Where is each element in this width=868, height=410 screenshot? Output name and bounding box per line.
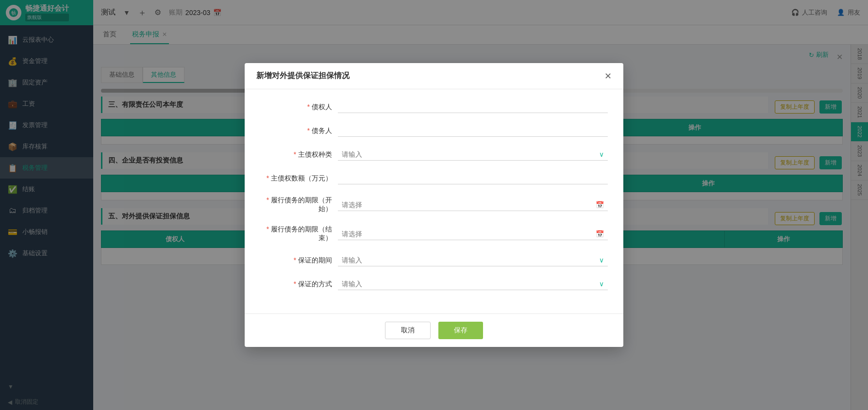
- cancel-button[interactable]: 取消: [385, 322, 431, 339]
- form-row-claim-amount: * 主债权数额（万元）: [260, 172, 608, 184]
- calendar-start-icon[interactable]: 📅: [596, 201, 604, 209]
- modal-dialog: 新增对外提供保证担保情况 ✕ * 债权人 * 债务人: [245, 63, 623, 347]
- claim-amount-input[interactable]: [338, 172, 608, 184]
- claim-type-input[interactable]: [342, 150, 599, 158]
- modal-close-button[interactable]: ✕: [604, 72, 612, 81]
- form-row-debtor: * 债务人: [260, 125, 608, 137]
- guarantee-method-label: * 保证的方式: [260, 280, 338, 289]
- form-row-guarantee-period: * 保证的期间 ∨: [260, 254, 608, 266]
- period-end-date-wrapper: 📅: [338, 228, 608, 240]
- form-row-creditor: * 债权人: [260, 101, 608, 113]
- period-start-input[interactable]: [342, 201, 596, 209]
- creditor-input[interactable]: [338, 101, 608, 113]
- guarantee-period-wrapper: ∨: [338, 254, 608, 266]
- guarantee-method-arrow-icon[interactable]: ∨: [599, 280, 604, 288]
- period-end-input[interactable]: [342, 230, 596, 238]
- form-row-claim-type: * 主债权种类 ∨: [260, 148, 608, 161]
- claim-type-select-wrapper: ∨: [338, 148, 608, 161]
- guarantee-method-input[interactable]: [342, 280, 599, 288]
- claim-type-label: * 主债权种类: [260, 150, 338, 159]
- modal-header: 新增对外提供保证担保情况 ✕: [245, 63, 623, 89]
- guarantee-period-label: * 保证的期间: [260, 256, 338, 265]
- creditor-label: * 债权人: [260, 103, 338, 112]
- debtor-label: * 债务人: [260, 127, 338, 135]
- period-start-date-wrapper: 📅: [338, 199, 608, 211]
- claim-type-arrow-icon[interactable]: ∨: [599, 150, 604, 158]
- guarantee-method-wrapper: ∨: [338, 278, 608, 290]
- calendar-end-icon[interactable]: 📅: [596, 230, 604, 238]
- modal-overlay: 新增对外提供保证担保情况 ✕ * 债权人 * 债务人: [0, 0, 868, 410]
- form-row-period-start: * 履行债务的期限（开始） 📅: [260, 196, 608, 213]
- form-row-guarantee-method: * 保证的方式 ∨: [260, 278, 608, 290]
- modal-footer: 取消 保存: [245, 313, 623, 347]
- debtor-input[interactable]: [338, 125, 608, 137]
- save-button[interactable]: 保存: [438, 322, 483, 339]
- claim-amount-label: * 主债权数额（万元）: [260, 174, 338, 183]
- modal-title: 新增对外提供保证担保情况: [256, 71, 350, 81]
- modal-body: * 债权人 * 债务人 * 主债权种类: [245, 89, 623, 313]
- form-row-period-end: * 履行债务的期限（结束） 📅: [260, 225, 608, 243]
- period-end-label: * 履行债务的期限（结束）: [260, 225, 338, 243]
- guarantee-period-input[interactable]: [342, 256, 599, 264]
- guarantee-period-arrow-icon[interactable]: ∨: [599, 256, 604, 264]
- period-start-label: * 履行债务的期限（开始）: [260, 196, 338, 213]
